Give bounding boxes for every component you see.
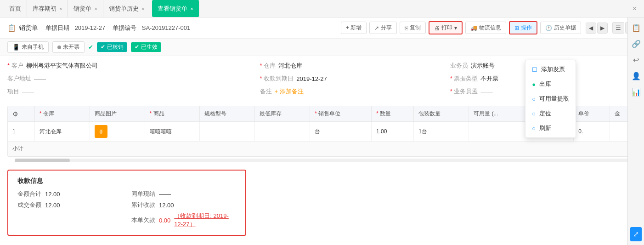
dropdown-available-qty[interactable]: ○ 可用量提取: [525, 91, 576, 106]
dropdown-outbound[interactable]: ● 出库: [525, 77, 576, 91]
address-group: 客户地址 ——: [7, 74, 256, 83]
doc-number-value: SA-20191227-001: [142, 24, 191, 31]
doc-date-label: 单据日期 2019-12-27: [45, 24, 105, 32]
scrollbar-thumb[interactable]: [15, 159, 70, 162]
main-area: 📋 销货单 单据日期 2019-12-27 单据编号 SA-20191227-0…: [0, 17, 644, 245]
project-group: 项目 ——: [7, 87, 256, 96]
view-table-button[interactable]: ☰: [612, 22, 624, 34]
print-button[interactable]: 🖨 打印 ▾: [429, 21, 463, 34]
print-dropdown-arrow: ▾: [454, 25, 457, 31]
tab-sales-history[interactable]: 销货单历史 ×: [103, 0, 150, 17]
not-open-button[interactable]: 未开票: [52, 41, 85, 53]
project-value: ——: [22, 88, 34, 95]
phone-icon: 📱: [12, 44, 20, 51]
doc-date-value: 2019-12-27: [75, 24, 106, 31]
row-available: [469, 122, 528, 142]
sold-status-badge: ✔已核销: [97, 42, 127, 52]
tab-inventory-init[interactable]: 库存期初 ×: [27, 0, 68, 17]
share-icon: ↗: [374, 25, 379, 31]
payment-grid: 金额合计 12.00 同单现结 —— 成交金额 12.00 累计收款 12.00…: [17, 190, 236, 228]
side-user-btn[interactable]: 👤: [629, 69, 643, 83]
tab-inventory-init-close[interactable]: ×: [59, 6, 62, 11]
history-button[interactable]: 🕐 历史单据: [540, 22, 581, 34]
side-link-btn[interactable]: 🔗: [629, 37, 643, 51]
customer-label: 客户: [7, 62, 23, 70]
gear-icon[interactable]: ⚙: [12, 110, 18, 118]
project-label: 项目: [7, 87, 19, 96]
payment-same-order-label: 同单现结: [131, 190, 155, 198]
confirmed-check-icon: ✔: [88, 44, 93, 51]
col-model: 规格型号: [200, 106, 255, 122]
tab-home[interactable]: 首页: [4, 0, 27, 17]
col-available: 可用量 (...: [469, 106, 528, 122]
doc-actions: + 新增 ↗ 分享 ⎘ 复制 🖨 打印 ▾ 🚚 物流信息 ⊞ 操作: [341, 21, 637, 34]
payment-date-value: 2019-12-27: [296, 75, 327, 82]
warehouse-label: 仓库: [260, 62, 276, 70]
row-model: [200, 122, 255, 142]
add-invoice-icon: ☐: [532, 66, 537, 73]
side-expand-btn[interactable]: ⤢: [630, 227, 642, 241]
operations-button[interactable]: ⊞ 操作: [509, 21, 537, 34]
tab-view-sales[interactable]: 查看销货单 ×: [152, 0, 199, 17]
col-unit-price: 单价: [574, 106, 610, 122]
note-label: 备注: [260, 87, 272, 96]
payment-owed-label: 本单欠款: [131, 216, 155, 224]
horizontal-scrollbar[interactable]: [15, 159, 629, 162]
payment-transaction-row: 成交金额 12.00: [17, 201, 122, 209]
tab-sales-order-close[interactable]: ×: [94, 6, 97, 11]
copy-button[interactable]: ⎘ 复制: [400, 22, 426, 34]
payment-owed-row: 本单欠款 0.00 （收款到期日: 2019-12-27）: [131, 212, 236, 228]
tab-sales-order[interactable]: 销货单 ×: [68, 0, 103, 17]
payment-transaction-value: 12.00: [45, 202, 60, 209]
payment-date-group: 收款到期日 2019-12-27: [260, 74, 446, 83]
doc-title-text: 销货单: [19, 24, 38, 32]
row-pack-qty: 1台: [414, 122, 469, 142]
tab-bar: 首页 库存期初 × 销货单 × 销货单历史 × 查看销货单 × ×: [0, 0, 644, 17]
share-button[interactable]: ↗ 分享: [369, 22, 397, 34]
doc-meta: 单据日期 2019-12-27 单据编号 SA-20191227-001: [45, 24, 190, 32]
payment-info-box: 收款信息 金额合计 12.00 同单现结 —— 成交金额 12.00 累计收款 …: [7, 170, 246, 236]
tab-sales-history-close[interactable]: ×: [141, 6, 144, 11]
side-return-btn[interactable]: ↩: [631, 53, 641, 67]
dropdown-locate[interactable]: ○ 定位: [525, 106, 576, 121]
prev-button[interactable]: ◀: [586, 23, 596, 34]
note-group: 备注 + 添加备注: [260, 87, 446, 96]
warehouse-group: 仓库 河北仓库: [260, 62, 446, 70]
staff2-value: ——: [480, 88, 492, 95]
payment-total-row: 金额合计 12.00: [17, 190, 122, 198]
history-icon: 🕐: [545, 25, 552, 31]
row-quantity: 1.00: [372, 122, 414, 142]
side-copy-btn[interactable]: 📋: [629, 21, 643, 34]
payment-same-order-value: ——: [159, 191, 171, 198]
row-product-img: 🛢: [90, 122, 145, 142]
row-min-stock: [255, 122, 310, 142]
operations-dropdown: ☐ 添加发票 ● 出库 ○ 可用量提取 ○ 定位 ○ 刷新: [525, 60, 576, 138]
tab-view-sales-close[interactable]: ×: [190, 6, 193, 11]
add-note-button[interactable]: + 添加备注: [275, 87, 304, 96]
dropdown-add-invoice[interactable]: ☐ 添加发票: [525, 62, 576, 77]
customer-group: 客户 柳州粤港平安气体有限公司: [7, 62, 256, 70]
side-chart-btn[interactable]: 📊: [629, 85, 643, 99]
new-button[interactable]: + 新增: [341, 22, 367, 34]
staff2-label: 业务员孟: [450, 87, 478, 96]
logistics-button[interactable]: 🚚 物流信息: [465, 22, 506, 34]
from-phone-button[interactable]: 📱 来自手机: [7, 41, 49, 53]
outbound-icon: ●: [532, 81, 536, 88]
doc-header: 📋 销货单 单据日期 2019-12-27 单据编号 SA-20191227-0…: [0, 17, 644, 39]
sales-order-icon: 📋: [7, 24, 16, 32]
copy-icon: ⎘: [405, 25, 408, 31]
refresh-icon: ○: [532, 125, 536, 132]
row-unit-price: 0.: [574, 122, 610, 142]
nav-arrows: ◀ ▶: [586, 23, 608, 34]
col-warehouse: 仓库: [34, 106, 90, 122]
next-button[interactable]: ▶: [597, 23, 608, 34]
row-unit: 台: [310, 122, 372, 142]
right-panel: 📋 🔗 ↩ 👤 📊 ⤢: [627, 17, 644, 245]
tab-bar-close[interactable]: ×: [629, 5, 640, 13]
dropdown-refresh[interactable]: ○ 刷新: [525, 121, 576, 136]
row-warehouse: 河北仓库: [34, 122, 90, 142]
payment-cumulative-row: 累计收款 12.00: [131, 201, 236, 209]
col-settings: ⚙: [8, 106, 34, 122]
print-icon: 🖨: [434, 25, 440, 31]
col-unit: 销售单位: [310, 106, 372, 122]
